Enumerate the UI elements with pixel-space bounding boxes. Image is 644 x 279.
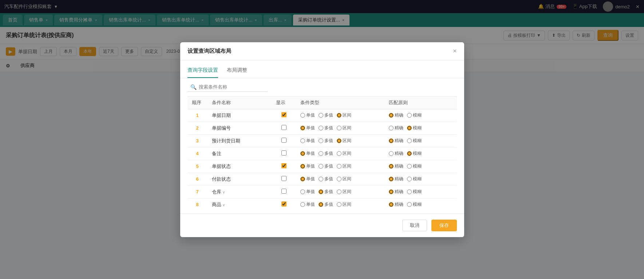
settings-dialog: 设置查询区域布局 × 查询字段设置 布局调整 🔍	[180, 42, 464, 72]
tab-layout-adjust-label: 布局调整	[227, 67, 247, 72]
tab-layout-adjust[interactable]: 布局调整	[227, 65, 247, 72]
dialog-header: 设置查询区域布局 ×	[180, 42, 464, 60]
tab-query-fields-label: 查询字段设置	[187, 67, 218, 72]
tab-query-fields[interactable]: 查询字段设置	[187, 65, 218, 72]
dialog-tabs: 查询字段设置 布局调整	[180, 60, 464, 72]
dialog-title: 设置查询区域布局	[187, 48, 231, 55]
modal-overlay: 设置查询区域布局 × 查询字段设置 布局调整 🔍	[0, 0, 644, 72]
dialog-close-button[interactable]: ×	[453, 47, 457, 55]
